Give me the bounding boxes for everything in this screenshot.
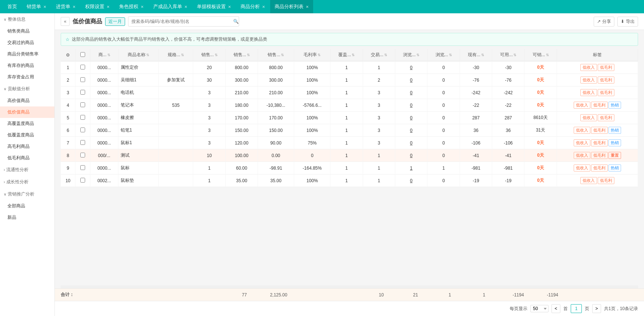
sidebar-section-overall[interactable]: ∨ 整体信息 (0, 13, 54, 26)
row-checkbox[interactable] (80, 77, 85, 82)
search-input[interactable] (128, 16, 239, 27)
sidebar-item-high-value[interactable]: 高价值商品 (0, 95, 54, 106)
td-checkbox[interactable] (76, 162, 90, 174)
sidebar-item-all-goods[interactable]: 全部商品 (0, 200, 54, 212)
sidebar-section-contribution[interactable]: ∨ 贡献值分析 (0, 83, 54, 95)
view-link[interactable]: 0 (410, 178, 413, 183)
sidebar-section-circulation[interactable]: › 流通性分析 (0, 164, 54, 176)
th-checkbox[interactable] (76, 49, 90, 61)
row-checkbox[interactable] (80, 65, 85, 69)
nav-home[interactable]: 首页 (3, 0, 21, 13)
first-page-button[interactable]: < (551, 304, 560, 313)
row-checkbox[interactable] (80, 90, 85, 95)
td-view1[interactable]: 0 (395, 61, 427, 74)
per-page-select[interactable]: 50 100 200 (530, 305, 549, 312)
td-view1[interactable]: 0 (395, 99, 427, 112)
nav-analysis-list[interactable]: 商品分析列表 ✕ (270, 0, 313, 13)
sidebar-item-low-profit[interactable]: 低毛利商品 (0, 152, 54, 164)
sidebar-item-stock-goods[interactable]: 有库存的商品 (0, 60, 54, 71)
next-page-button[interactable]: > (592, 304, 601, 313)
sidebar-item-new-goods[interactable]: 新品 (0, 212, 54, 223)
export-button[interactable]: ⬇ 导出 (617, 17, 638, 27)
close-product-in-icon[interactable]: ✕ (184, 5, 187, 9)
th-sales-qty[interactable]: 销售...⇅ (193, 49, 225, 61)
nav-permission[interactable]: 权限设置 ✕ (81, 0, 114, 13)
row-checkbox[interactable] (80, 128, 85, 132)
view-link[interactable]: 0 (410, 153, 413, 158)
row-checkbox[interactable] (80, 165, 85, 170)
th-trade[interactable]: 交易...⇅ (363, 49, 395, 61)
td-checkbox[interactable] (76, 174, 90, 187)
scrollbar[interactable] (61, 285, 638, 288)
th-settings[interactable]: ⚙ (61, 49, 76, 61)
td-checkbox[interactable] (76, 124, 90, 137)
search-icon[interactable]: 🔍 (233, 19, 239, 24)
close-template-icon[interactable]: ✕ (228, 5, 231, 9)
sidebar-item-category-rate[interactable]: 商品分类销售率 (0, 48, 54, 60)
view-link[interactable]: 0 (410, 78, 413, 83)
view-link[interactable]: 0 (410, 90, 413, 95)
td-checkbox[interactable] (76, 74, 90, 86)
th-tags[interactable]: 标签 (557, 49, 638, 61)
nav-product-in[interactable]: 产成品入库单 ✕ (149, 0, 192, 13)
sidebar-item-sales-goods[interactable]: 销售类商品 (0, 26, 54, 37)
nav-sales[interactable]: 销货单 ✕ (22, 0, 51, 13)
td-checkbox[interactable] (76, 61, 90, 74)
th-name[interactable]: 商品名称⇅ (118, 49, 159, 61)
sidebar-item-low-coverage[interactable]: 低覆盖度商品 (0, 129, 54, 141)
view-link[interactable]: 0 (410, 115, 413, 120)
view-link[interactable]: 1 (410, 166, 413, 171)
nav-template[interactable]: 单据模板设置 ✕ (192, 0, 235, 13)
close-analysis-icon[interactable]: ✕ (262, 5, 265, 9)
sidebar-item-high-coverage[interactable]: 高覆盖度商品 (0, 118, 54, 129)
nav-purchase[interactable]: 进货单 ✕ (51, 0, 80, 13)
th-sales-amount[interactable]: 销售...⇅ (258, 49, 294, 61)
nav-role[interactable]: 角色授权 ✕ (115, 0, 148, 13)
nav-product-analysis[interactable]: 商品分析 ✕ (236, 0, 269, 13)
th-avail[interactable]: 可用...⇅ (492, 49, 524, 61)
row-checkbox[interactable] (80, 140, 85, 145)
td-view1[interactable]: 0 (395, 149, 427, 162)
th-coverage[interactable]: 覆盖...⇅ (331, 49, 363, 61)
td-view1[interactable]: 0 (395, 137, 427, 149)
close-permission-icon[interactable]: ✕ (107, 5, 110, 9)
th-gross-rate[interactable]: 毛利率⇅ (294, 49, 331, 61)
view-link[interactable]: 0 (410, 128, 413, 133)
sidebar-item-low-value[interactable]: 低价值商品 (0, 106, 54, 118)
row-checkbox[interactable] (80, 178, 85, 183)
close-analysis-list-icon[interactable]: ✕ (306, 5, 309, 9)
th-code[interactable]: 商...⇅ (90, 49, 118, 61)
td-view1[interactable]: 0 (395, 74, 427, 86)
sidebar-item-high-profit[interactable]: 高毛利商品 (0, 141, 54, 152)
td-checkbox[interactable] (76, 112, 90, 124)
view-link[interactable]: 0 (410, 140, 413, 146)
row-checkbox[interactable] (80, 115, 85, 120)
sidebar-section-marketing[interactable]: ∨ 营销推广分析 (0, 188, 54, 200)
td-checkbox[interactable] (76, 137, 90, 149)
td-view1[interactable]: 0 (395, 174, 427, 187)
td-view1[interactable]: 0 (395, 112, 427, 124)
td-checkbox[interactable] (76, 99, 90, 112)
row-checkbox[interactable] (80, 102, 85, 107)
th-saleable[interactable]: 可销...⇅ (524, 49, 557, 61)
td-checkbox[interactable] (76, 149, 90, 162)
row-checkbox[interactable] (80, 153, 85, 157)
select-all-checkbox[interactable] (80, 52, 85, 57)
view-link[interactable]: 0 (410, 103, 413, 108)
close-sales-icon[interactable]: ✕ (43, 5, 46, 9)
share-button[interactable]: ↗ 分享 (594, 17, 614, 27)
close-purchase-icon[interactable]: ✕ (73, 5, 76, 9)
sidebar-item-traded-goods[interactable]: 交易过的商品 (0, 37, 54, 48)
td-checkbox[interactable] (76, 86, 90, 99)
filter-recent-month[interactable]: 近一月 (105, 17, 125, 26)
td-view1[interactable]: 1 (395, 162, 427, 174)
collapse-button[interactable]: « (61, 17, 70, 26)
th-spec[interactable]: 规格...⇅ (158, 49, 193, 61)
td-view1[interactable]: 0 (395, 124, 427, 137)
th-stock[interactable]: 现有...⇅ (460, 49, 492, 61)
sidebar-item-stock-capital[interactable]: 库存资金占用 (0, 71, 54, 83)
th-view1[interactable]: 浏览...⇅ (395, 49, 427, 61)
th-view2[interactable]: 浏览...⇅ (427, 49, 460, 61)
table-container[interactable]: ⚙ 商...⇅ 商品名称⇅ 规格...⇅ 销售...⇅ 销售...⇅ 销售...… (61, 49, 638, 285)
sidebar-section-growth[interactable]: › 成长性分析 (0, 176, 54, 188)
